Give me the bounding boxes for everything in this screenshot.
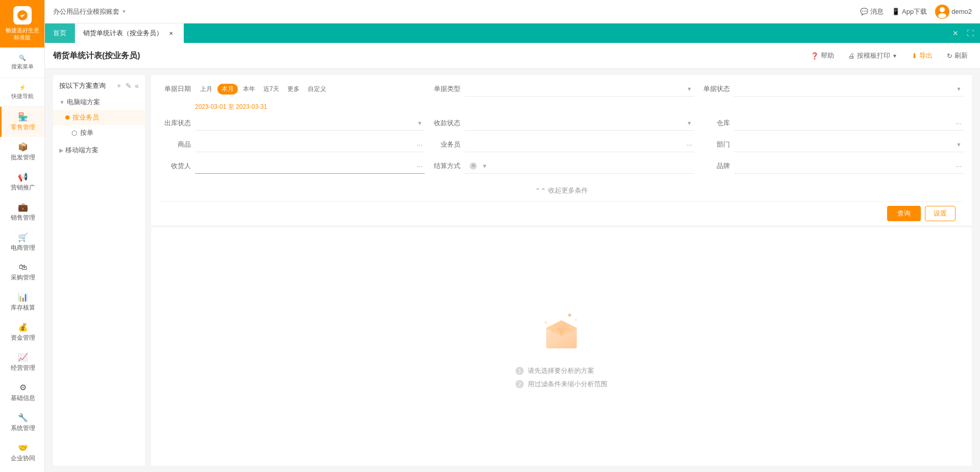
date-options-group: 上月 本月 本年 近7天 更多 自定义 xyxy=(197,84,423,95)
filter-row-2: 出库状态 ▼ 收款状态 ▼ 仓库 xyxy=(159,115,964,131)
sidebar-item-system-label: 系统管理 xyxy=(11,424,35,433)
department-control[interactable]: ▼ xyxy=(734,137,964,152)
sidebar-item-ecommerce-label: 电商管理 xyxy=(11,244,35,252)
tree-item-by-order[interactable]: ⬡ 按单 xyxy=(53,125,145,140)
sidebar-item-purchase[interactable]: 🛍 采购管理 xyxy=(0,257,44,287)
goods-dots[interactable]: ··· xyxy=(416,140,423,149)
tab-sales-stat[interactable]: 销货单统计表（按业务员） ✕ xyxy=(75,23,184,43)
export-button[interactable]: ⬇ 导出 xyxy=(908,49,937,62)
sidebar-item-retail[interactable]: 🏪 零售管理 xyxy=(0,107,44,137)
query-button[interactable]: 查询 xyxy=(887,206,921,221)
empty-tip-1: 1 请先选择要分析的方案 xyxy=(516,366,607,375)
warehouse-dots[interactable]: ··· xyxy=(955,119,962,127)
action-row: 查询 设置 xyxy=(159,201,964,225)
sidebar-item-operations[interactable]: 📈 经营管理 xyxy=(0,347,44,377)
settlement-control[interactable]: ✕ ▼ xyxy=(464,158,694,174)
edit-scheme-button[interactable]: ✎ xyxy=(126,82,132,90)
empty-state-icon: ✦ ✦ ✦ xyxy=(536,305,587,356)
sidebar-item-inventory[interactable]: 📊 库存核算 xyxy=(0,287,44,317)
tab-bar-right: ✕ ⛶ xyxy=(950,27,980,39)
settings-button[interactable]: 设置 xyxy=(925,206,955,221)
date-range-display: 2023-03-01 至 2023-03-31 xyxy=(159,103,964,115)
quick-nav-button[interactable]: ⚡ 快捷导航 xyxy=(0,80,44,104)
add-scheme-button[interactable]: ＋ xyxy=(115,81,122,90)
company-name: 办公用品行业模拟账套 xyxy=(53,7,119,16)
salesperson-dots[interactable]: ··· xyxy=(686,140,692,149)
date-btn-last-month[interactable]: 上月 xyxy=(197,84,215,95)
sidebar-logo[interactable]: 畅捷选好生意 标准版 xyxy=(0,0,44,48)
goods-label: 商品 xyxy=(159,140,195,149)
company-selector[interactable]: 办公用品行业模拟账套 ▼ xyxy=(53,7,127,16)
tree-expand-mobile-icon: ▶ xyxy=(59,147,63,154)
filter-item-pay-status: 收款状态 ▼ xyxy=(429,115,694,131)
search-menu-label: 搜索菜单 xyxy=(11,63,34,70)
sidebar-item-sales-label: 销售管理 xyxy=(11,214,35,222)
tab-close-all-button[interactable]: ✕ xyxy=(950,27,961,39)
right-panel: 单据日期 上月 本月 本年 近7天 更多 自定义 xyxy=(151,75,972,466)
date-range-value: 2023-03-01 至 2023-03-31 xyxy=(195,103,267,110)
sidebar-item-basic[interactable]: ⚙ 基础信息 xyxy=(0,377,44,408)
page-title-bar: 销货单统计表(按业务员) ❓ 帮助 🖨 按模板打印 ▼ ⬇ 导出 ↻ 刷新 xyxy=(45,43,980,69)
sidebar-item-wholesale[interactable]: 📦 批发管理 xyxy=(0,137,44,167)
export-label: 导出 xyxy=(919,51,933,60)
left-panel: 按以下方案查询 ＋ ✎ « ▼ 电脑端方案 按业务员 xyxy=(53,75,145,466)
out-status-control[interactable]: ▼ xyxy=(195,115,425,131)
date-label: 单据日期 xyxy=(159,84,195,93)
date-btn-more[interactable]: 更多 xyxy=(284,84,303,95)
sidebar-item-marketing[interactable]: 📢 营销推广 xyxy=(0,167,44,197)
doc-status-arrow: ▼ xyxy=(956,86,962,92)
doc-type-control[interactable]: ▼ xyxy=(464,81,694,97)
tab-home-label: 首页 xyxy=(53,29,66,38)
tree-group-mobile-header[interactable]: ▶ 移动端方案 xyxy=(53,143,145,158)
settlement-tag-clear[interactable]: ✕ xyxy=(470,162,477,170)
tab-maximize-button[interactable]: ⛶ xyxy=(965,27,976,39)
goods-control[interactable]: ··· xyxy=(195,137,425,152)
consignee-control[interactable]: ··· xyxy=(195,158,425,174)
message-button[interactable]: 💬 消息 xyxy=(860,7,884,16)
date-btn-this-year[interactable]: 本年 xyxy=(240,84,258,95)
template-print-button[interactable]: 🖨 按模板打印 ▼ xyxy=(844,49,901,62)
app-download-button[interactable]: 📱 App下载 xyxy=(892,7,927,16)
collapse-filters-button[interactable]: ⌃⌃ 收起更多条件 xyxy=(529,184,594,197)
left-panel-header: 按以下方案查询 ＋ ✎ « xyxy=(53,81,145,95)
refresh-label: 刷新 xyxy=(954,51,968,60)
consignee-dots[interactable]: ··· xyxy=(416,162,423,170)
department-arrow: ▼ xyxy=(956,141,962,148)
tip-1-num: 1 xyxy=(516,367,524,375)
warehouse-control[interactable]: ··· xyxy=(734,115,964,131)
tree-item-order-label: 按单 xyxy=(80,128,93,137)
search-menu-button[interactable]: 🔍 搜索菜单 xyxy=(3,52,41,74)
department-label: 部门 xyxy=(698,140,734,149)
svg-text:✦: ✦ xyxy=(567,311,573,319)
doc-status-control[interactable]: ▼ xyxy=(734,81,964,97)
pay-status-control[interactable]: ▼ xyxy=(464,115,694,131)
date-btn-custom[interactable]: 自定义 xyxy=(305,84,329,95)
sidebar-item-sales[interactable]: 💼 销售管理 xyxy=(0,197,44,227)
refresh-button[interactable]: ↻ 刷新 xyxy=(943,49,972,62)
sidebar-item-system[interactable]: 🔧 系统管理 xyxy=(0,408,44,438)
sidebar-item-inventory-label: 库存核算 xyxy=(11,303,35,312)
sidebar-item-ecommerce[interactable]: 🛒 电商管理 xyxy=(0,227,44,257)
tab-home[interactable]: 首页 xyxy=(45,23,75,43)
sidebar-item-finance[interactable]: 💰 资金管理 xyxy=(0,317,44,347)
sidebar-item-enterprise[interactable]: 🤝 企业协同 xyxy=(0,438,44,468)
date-btn-this-month[interactable]: 本月 xyxy=(217,84,238,95)
date-btn-last7[interactable]: 近7天 xyxy=(260,84,282,95)
tab-close-icon[interactable]: ✕ xyxy=(167,29,175,37)
salesperson-control[interactable]: ··· xyxy=(464,137,694,152)
tree-group-pc-header[interactable]: ▼ 电脑端方案 xyxy=(53,95,145,110)
brand-control[interactable]: ··· xyxy=(734,158,964,174)
brand-dots[interactable]: ··· xyxy=(955,162,962,170)
tree-group-pc-label: 电脑端方案 xyxy=(67,98,100,107)
logo-icon xyxy=(13,6,32,25)
help-button[interactable]: ❓ 帮助 xyxy=(806,49,838,62)
collapse-panel-button[interactable]: « xyxy=(135,82,139,90)
sidebar-item-newbie[interactable]: 🎯 新手引导 xyxy=(0,468,44,472)
user-profile[interactable]: demo2 xyxy=(935,5,972,19)
tab-bar: 首页 销货单统计表（按业务员） ✕ ✕ ⛶ xyxy=(45,23,980,43)
sidebar-item-finance-label: 资金管理 xyxy=(11,334,35,342)
tip-1-text: 请先选择要分析的方案 xyxy=(528,366,594,375)
tree-item-by-salesperson[interactable]: 按业务员 xyxy=(53,110,145,125)
filter-row-1: 单据日期 上月 本月 本年 近7天 更多 自定义 xyxy=(159,81,964,97)
filter-item-warehouse: 仓库 ··· xyxy=(698,115,964,131)
